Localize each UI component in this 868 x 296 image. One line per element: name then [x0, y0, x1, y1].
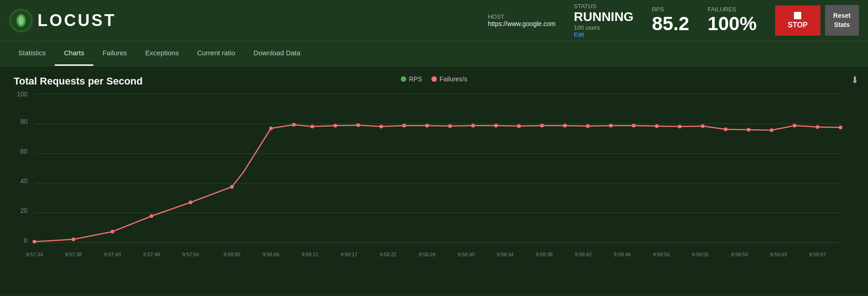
svg-point-38 [632, 124, 636, 127]
host-url: https://www.google.com [488, 20, 556, 27]
svg-point-25 [333, 124, 337, 127]
failures-dot [431, 76, 437, 82]
host-label: HOST [488, 13, 556, 20]
status-value: RUNNING [574, 10, 634, 24]
tab-charts[interactable]: Charts [55, 41, 93, 66]
logo-text: LOCUST [38, 11, 116, 30]
chart-container: Total Requests per Second RPS Failures/s… [0, 66, 868, 295]
svg-point-23 [292, 123, 296, 127]
svg-point-33 [517, 124, 521, 128]
stop-icon [794, 12, 801, 19]
svg-text:9:57:38: 9:57:38 [65, 252, 82, 257]
failures-value: 100% [707, 13, 756, 35]
status-section: STATUS RUNNING 100 users Edit [574, 3, 634, 38]
svg-text:100: 100 [17, 92, 28, 98]
status-label: STATUS [574, 3, 634, 10]
svg-point-17 [72, 238, 75, 241]
svg-point-45 [793, 124, 796, 127]
chart-legend: RPS Failures/s [401, 75, 467, 83]
svg-text:9:58:59: 9:58:59 [731, 252, 748, 257]
tab-statistics[interactable]: Statistics [9, 41, 55, 66]
status-edit[interactable]: Edit [574, 31, 634, 38]
tab-current-ratio[interactable]: Current ratio [188, 41, 244, 66]
status-users: 100 users [574, 24, 634, 31]
svg-point-22 [269, 127, 273, 130]
svg-text:9:58:00: 9:58:00 [224, 252, 241, 257]
svg-text:20: 20 [21, 207, 28, 214]
svg-point-20 [189, 201, 193, 204]
svg-text:9:58:34: 9:58:34 [497, 252, 514, 257]
logo-area: LOCUST [9, 9, 116, 32]
rps-label: RPS [652, 6, 689, 13]
svg-point-3 [18, 16, 24, 25]
svg-point-41 [701, 124, 705, 128]
svg-point-40 [678, 125, 681, 128]
tab-failures[interactable]: Failures [93, 41, 136, 66]
tab-download-data[interactable]: Download Data [244, 41, 310, 66]
svg-point-24 [311, 125, 314, 128]
svg-text:9:58:11: 9:58:11 [301, 252, 318, 257]
svg-text:9:58:26: 9:58:26 [419, 252, 436, 257]
svg-point-46 [816, 125, 820, 129]
host-section: HOST https://www.google.com [488, 13, 556, 27]
svg-text:9:58:06: 9:58:06 [263, 252, 279, 257]
header: LOCUST HOST https://www.google.com STATU… [0, 0, 868, 41]
svg-point-19 [150, 214, 153, 218]
svg-point-36 [586, 124, 589, 128]
download-icon[interactable]: ⬇ [851, 74, 859, 85]
svg-point-29 [425, 124, 429, 127]
svg-point-43 [747, 128, 750, 132]
legend-failures-label: Failures/s [439, 75, 467, 83]
svg-point-21 [230, 185, 234, 189]
svg-point-44 [770, 128, 773, 132]
failures-label: FAILURES [707, 6, 756, 13]
rps-section: RPS 85.2 [652, 6, 689, 35]
svg-text:9:57:48: 9:57:48 [143, 252, 160, 257]
stop-button[interactable]: STOP [775, 5, 820, 36]
svg-text:9:57:34: 9:57:34 [26, 252, 43, 257]
rps-value: 85.2 [652, 13, 689, 35]
svg-point-35 [563, 124, 567, 127]
legend-rps-label: RPS [409, 75, 422, 83]
tab-exceptions[interactable]: Exceptions [136, 41, 188, 66]
svg-point-30 [448, 124, 452, 128]
svg-text:0: 0 [24, 237, 27, 244]
svg-text:60: 60 [21, 148, 28, 155]
svg-text:40: 40 [21, 177, 28, 185]
svg-point-26 [356, 123, 360, 127]
svg-text:9:58:46: 9:58:46 [614, 252, 631, 257]
svg-text:9:58:17: 9:58:17 [341, 252, 358, 257]
svg-point-27 [379, 125, 383, 128]
chart-svg: 0 20 40 60 80 100 [14, 92, 854, 275]
svg-text:80: 80 [21, 118, 28, 125]
svg-point-34 [540, 124, 544, 127]
chart-title: Total Requests per Second [14, 75, 143, 87]
svg-point-37 [609, 124, 613, 127]
stop-label: STOP [788, 21, 808, 29]
svg-point-28 [402, 124, 406, 127]
locust-logo-icon [9, 9, 33, 32]
legend-rps: RPS [401, 75, 422, 83]
svg-text:9:57:54: 9:57:54 [182, 252, 199, 257]
svg-text:9:58:50: 9:58:50 [653, 252, 670, 257]
svg-text:9:59:03: 9:59:03 [770, 252, 787, 257]
svg-text:9:58:38: 9:58:38 [536, 252, 553, 257]
svg-text:9:57:43: 9:57:43 [104, 252, 121, 257]
nav-tabs: Statistics Charts Failures Exceptions Cu… [0, 41, 868, 66]
svg-point-31 [471, 124, 475, 127]
svg-point-32 [494, 124, 498, 127]
failures-section: FAILURES 100% [707, 6, 756, 35]
svg-point-18 [111, 230, 114, 233]
svg-point-42 [724, 127, 728, 131]
svg-text:9:58:42: 9:58:42 [575, 252, 592, 257]
rps-dot [401, 76, 406, 82]
svg-point-47 [839, 126, 842, 129]
svg-text:9:58:22: 9:58:22 [380, 252, 396, 257]
svg-text:9:59:07: 9:59:07 [809, 252, 826, 257]
reset-stats-button[interactable]: ResetStats [825, 5, 859, 36]
svg-point-16 [32, 240, 36, 243]
svg-text:9:58:30: 9:58:30 [458, 252, 475, 257]
svg-text:9:58:55: 9:58:55 [692, 252, 709, 257]
svg-point-39 [655, 124, 659, 128]
legend-failures: Failures/s [431, 75, 467, 83]
